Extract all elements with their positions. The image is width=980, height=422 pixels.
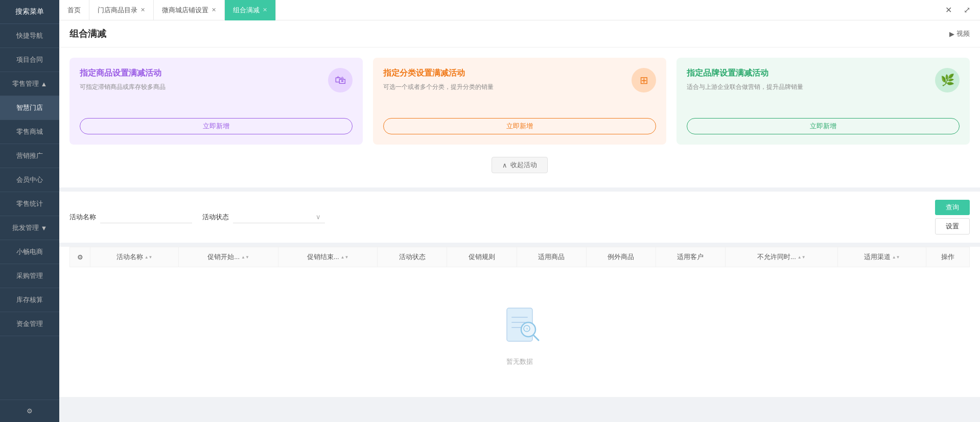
table-section: ⚙ 活动名称 ▲▼ 促销开始... ▲▼ — [59, 247, 980, 397]
sidebar-item-quick-nav[interactable]: 快捷导航 — [0, 24, 59, 48]
page-header: 组合满减 ▶ 视频 — [59, 20, 980, 48]
tab-combo-discount-label: 组合满减 — [233, 6, 260, 15]
tab-store-catalog[interactable]: 门店商品目录 ✕ — [89, 0, 154, 20]
collapse-label: 收起活动 — [510, 160, 537, 170]
close-icon: ✕ — [945, 5, 952, 15]
data-table: ⚙ 活动名称 ▲▼ 促销开始... ▲▼ — [69, 247, 970, 397]
brand-card-title: 指定品牌设置满减活动 — [687, 68, 960, 79]
svg-text:?: ? — [526, 327, 528, 332]
arrow-down-icon: ▼ — [41, 224, 48, 232]
sidebar-item-wholesale-management[interactable]: 批发管理 ▼ — [0, 216, 59, 240]
sidebar-search[interactable]: 搜索菜单 — [0, 0, 59, 24]
th-activity-name[interactable]: 活动名称 ▲▼ — [90, 247, 179, 267]
chevron-up-icon: ∧ — [502, 161, 507, 169]
empty-state: ? 暂无数据 — [70, 267, 970, 397]
sidebar-item-fund-management[interactable]: 资金管理 — [0, 312, 59, 336]
th-exception-products: 例外商品 — [586, 247, 656, 267]
th-no-concurrent[interactable]: 不允许同时... ▲▼ — [725, 247, 837, 267]
sidebar-settings-btn[interactable]: ⚙ — [0, 400, 59, 422]
activity-name-input[interactable] — [100, 211, 192, 223]
arrow-icon: ▲ — [41, 80, 48, 88]
product-card-desc: 可指定滞销商品或库存较多商品 — [80, 83, 353, 91]
settings-btn[interactable]: 设置 — [935, 218, 970, 235]
brand-card-icon: 🌿 — [935, 68, 960, 92]
tabbar: 首页 门店商品目录 ✕ 微商城店铺设置 ✕ 组合满减 ✕ ✕ ⤢ — [59, 0, 980, 20]
gear-icon: ⚙ — [27, 407, 33, 415]
main-area: 首页 门店商品目录 ✕ 微商城店铺设置 ✕ 组合满减 ✕ ✕ ⤢ 组合满减 — [59, 0, 980, 422]
collapse-activities-btn[interactable]: ∧ 收起活动 — [492, 157, 548, 173]
sidebar-item-retail-stats[interactable]: 零售统计 — [0, 192, 59, 216]
sidebar-item-marketing[interactable]: 营销推广 — [0, 144, 59, 168]
svg-line-5 — [533, 335, 539, 340]
sort-arrows-applicable-channels: ▲▼ — [892, 255, 900, 260]
video-label: 视频 — [956, 29, 970, 38]
sort-arrows-activity-name: ▲▼ — [145, 255, 153, 260]
empty-illustration: ? — [494, 298, 545, 349]
product-card-icon: 🛍 — [328, 68, 353, 92]
sidebar-item-smart-store[interactable]: 智慧门店 — [0, 96, 59, 120]
settings-icon: ⚙ — [77, 253, 83, 261]
filter-bar: 活动名称 活动状态 ∨ 查询 设置 — [59, 192, 980, 243]
category-card-add-btn[interactable]: 立即新增 — [383, 118, 656, 134]
category-card-title: 指定分类设置满减活动 — [383, 68, 656, 79]
page-title: 组合满减 — [69, 28, 106, 40]
cards-section: 指定商品设置满减活动 可指定滞销商品或库存较多商品 🛍 立即新增 指定分类设置满… — [59, 48, 980, 187]
tab-wechat-store-settings-close[interactable]: ✕ — [212, 7, 216, 13]
sort-arrows-promo-end: ▲▼ — [341, 255, 349, 260]
brand-card-add-btn[interactable]: 立即新增 — [687, 118, 960, 134]
product-promo-card: 指定商品设置满减活动 可指定滞销商品或库存较多商品 🛍 立即新增 — [69, 58, 363, 145]
tab-combo-discount-close[interactable]: ✕ — [263, 7, 267, 13]
content-area: 组合满减 ▶ 视频 指定商品设置满减活动 可指定滞销商品或库存较多商品 🛍 — [59, 20, 980, 422]
tab-wechat-store-settings-label: 微商城店铺设置 — [162, 6, 208, 15]
expand-window-btn[interactable]: ⤢ — [960, 3, 974, 17]
sort-arrows-no-concurrent: ▲▼ — [798, 255, 806, 260]
grid-icon: ⊞ — [640, 74, 648, 86]
filter-actions: 查询 设置 — [935, 200, 970, 235]
product-card-title: 指定商品设置满减活动 — [80, 68, 353, 79]
th-operations: 操作 — [926, 247, 970, 267]
collapse-bar: ∧ 收起活动 — [69, 153, 970, 177]
play-icon: ▶ — [949, 30, 954, 38]
sidebar-item-project-contract[interactable]: 项目合同 — [0, 48, 59, 72]
cards-row: 指定商品设置满减活动 可指定滞销商品或库存较多商品 🛍 立即新增 指定分类设置满… — [69, 58, 970, 145]
th-applicable-channels[interactable]: 适用渠道 ▲▼ — [837, 247, 926, 267]
sidebar-item-retail-management[interactable]: 零售管理 ▲ — [0, 72, 59, 96]
tab-store-catalog-label: 门店商品目录 — [98, 6, 137, 15]
tab-wechat-store-settings[interactable]: 微商城店铺设置 ✕ — [154, 0, 225, 20]
table-header-row: ⚙ 活动名称 ▲▼ 促销开始... ▲▼ — [70, 247, 970, 267]
sidebar: 搜索菜单 快捷导航 项目合同 零售管理 ▲ 智慧门店 零售商城 营销推广 会员中… — [0, 0, 59, 422]
category-promo-card: 指定分类设置满减活动 可选一个或者多个分类，提升分类的销量 ⊞ 立即新增 — [373, 58, 666, 145]
sidebar-item-purchase-management[interactable]: 采购管理 — [0, 264, 59, 288]
sidebar-item-xiaochangecommerce[interactable]: 小畅电商 — [0, 240, 59, 264]
sort-arrows-promo-start: ▲▼ — [241, 255, 249, 260]
tab-store-catalog-close[interactable]: ✕ — [141, 7, 145, 13]
tab-combo-discount[interactable]: 组合满减 ✕ — [225, 0, 276, 20]
activity-status-filter: 活动状态 ∨ — [202, 211, 325, 223]
query-btn[interactable]: 查询 — [935, 200, 970, 215]
table-empty-row: ? 暂无数据 — [70, 267, 970, 397]
tabbar-right: ✕ ⤢ — [941, 3, 980, 17]
activity-status-select[interactable]: ∨ — [233, 211, 325, 223]
table-body: ? 暂无数据 — [70, 267, 970, 397]
th-promo-start[interactable]: 促销开始... ▲▼ — [179, 247, 278, 267]
th-promo-rule: 促销规则 — [447, 247, 517, 267]
sidebar-item-retail-mall[interactable]: 零售商城 — [0, 120, 59, 144]
sidebar-item-inventory-calc[interactable]: 库存核算 — [0, 288, 59, 312]
brand-promo-card: 指定品牌设置满减活动 适合与上游企业联合做营销，提升品牌销量 🌿 立即新增 — [676, 58, 970, 145]
category-card-icon: ⊞ — [632, 68, 656, 92]
th-promo-end[interactable]: 促销结束... ▲▼ — [278, 247, 378, 267]
product-card-add-btn[interactable]: 立即新增 — [80, 118, 353, 134]
close-window-btn[interactable]: ✕ — [941, 3, 955, 17]
th-applicable-products: 适用商品 — [517, 247, 586, 267]
tab-home-label: 首页 — [67, 6, 81, 15]
activity-name-filter: 活动名称 — [69, 211, 192, 223]
tab-home[interactable]: 首页 — [59, 0, 89, 20]
activity-name-label: 活动名称 — [69, 213, 96, 222]
brand-card-desc: 适合与上游企业联合做营销，提升品牌销量 — [687, 83, 960, 91]
expand-icon: ⤢ — [964, 5, 970, 15]
th-settings[interactable]: ⚙ — [70, 247, 90, 267]
sidebar-item-member-center[interactable]: 会员中心 — [0, 168, 59, 192]
bag-icon: 🛍 — [335, 74, 346, 87]
video-btn[interactable]: ▶ 视频 — [949, 29, 970, 38]
th-applicable-customers: 适用客户 — [656, 247, 725, 267]
